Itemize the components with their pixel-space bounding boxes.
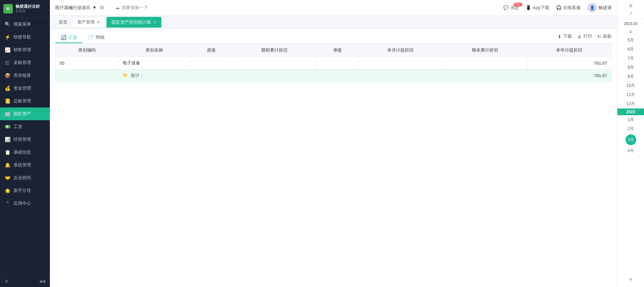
tabs-bar: 首页 资产管理 ✕ 固定资产折旧统计表 ✕ — [50, 15, 617, 29]
row-opening-accumulated — [232, 57, 316, 69]
row-annual-dep: 791.67 — [527, 57, 611, 69]
sidebar-item-basic-info[interactable]: 📋 基础信息 — [0, 146, 50, 159]
panel-month-8[interactable]: 8月 — [617, 63, 644, 72]
settings-button[interactable]: ⚙ — [99, 4, 104, 11]
system-icon: 🔔 — [4, 162, 11, 168]
col-name: 类别名称 — [119, 44, 190, 57]
col-annual-dep: 本年计提折旧 — [527, 44, 611, 57]
company-selector[interactable]: 医疗器械行业演示 ▼ — [55, 5, 97, 11]
sidebar-item-label: 销售管理 — [13, 47, 31, 53]
avatar-icon: 👤 — [590, 5, 595, 10]
refresh-label: 刷新 — [603, 33, 612, 39]
sidebar-item-ledger[interactable]: 📒 总账管理 — [0, 95, 50, 107]
panel-month-7[interactable]: 7月 — [617, 54, 644, 63]
sidebar-item-fixed-assets[interactable]: 🏢 固定资产 — [0, 107, 50, 120]
fixed-assets-icon: 🏢 — [4, 111, 11, 117]
panel-month-6[interactable]: 6月 — [617, 45, 644, 54]
sidebar-item-label: 固定资产 — [13, 111, 31, 117]
tab-home[interactable]: 首页 — [55, 19, 71, 25]
download-label: 下载 — [563, 33, 572, 39]
tab-depreciation-label: 固定资产折旧统计表 — [112, 19, 151, 25]
experience-button[interactable]: ☁ 我要体验一下 — [110, 5, 148, 11]
download-icon: 📱 — [526, 5, 531, 10]
panel-close-button[interactable]: ✕ — [628, 3, 633, 9]
right-panel: ✕ ⤢ 2023.03 ▲ 5月 6月 7月 8月 9月 10月 11月 12月… — [617, 0, 644, 287]
panel-expand-button[interactable]: ⤢ — [629, 10, 633, 16]
row-closing-accumulated — [443, 57, 527, 69]
collapse-icon[interactable]: ◀◀ — [39, 279, 45, 284]
app-download-button[interactable]: 📱 App下载 — [526, 5, 549, 11]
tab-asset-mgmt[interactable]: 资产管理 ✕ — [72, 17, 105, 28]
panel-down-button[interactable]: ▼ — [617, 276, 644, 284]
sidebar-item-guide[interactable]: 🌟 新手引导 — [0, 184, 50, 197]
panel-month-3[interactable]: 3月 — [625, 134, 636, 145]
data-table: 类别编码 类别名称 原值 期初累计折旧 净值 本月计提折旧 期末累计折旧 本年计… — [50, 43, 617, 287]
app-version: 普及版 — [16, 9, 40, 13]
online-service-button[interactable]: 🎧 在线客服 — [556, 5, 581, 11]
panel-month-1[interactable]: 1月 — [617, 115, 644, 124]
summary-row: 📁 合计： 791.67 — [56, 69, 612, 82]
download-button[interactable]: ⬇ 下载 — [558, 33, 572, 39]
panel-month-4[interactable]: 4月 — [617, 146, 644, 155]
detail-label: 明细 — [96, 34, 104, 40]
sidebar-item-search[interactable]: 🔍 搜索菜单 — [0, 18, 50, 31]
inventory-icon: 📦 — [4, 73, 11, 78]
settings-icon[interactable]: ⚙ — [5, 279, 8, 284]
panel-year-marker: 2023 — [617, 108, 644, 115]
sidebar-item-enterprise[interactable]: 🤝 企业协同 — [0, 171, 50, 184]
service-icon: 🎧 — [556, 5, 561, 10]
sidebar-item-label: 新手引导 — [13, 188, 31, 194]
company-name: 医疗器械行业演示 — [55, 5, 90, 11]
close-icon[interactable]: ✕ — [153, 20, 156, 25]
sidebar-item-operations[interactable]: 📊 经营管理 — [0, 133, 50, 146]
col-closing-accumulated: 期末累计折旧 — [443, 44, 527, 57]
summary-icon: 🔄 — [61, 35, 66, 40]
sidebar-item-system[interactable]: 🔔 系统管理 — [0, 159, 50, 171]
purchase-icon: 🛒 — [4, 60, 11, 65]
col-opening-accumulated: 期初累计折旧 — [232, 44, 316, 57]
sidebar-item-quick-nav[interactable]: ⚡ 快捷导航 — [0, 31, 50, 43]
panel-month-3-container: 3月 — [617, 133, 644, 146]
message-icon: 💬 — [503, 5, 509, 10]
dropdown-icon: ▼ — [92, 5, 97, 10]
panel-month-2[interactable]: 2月 — [617, 124, 644, 133]
logo-icon: 好 — [3, 4, 13, 13]
app-name: 畅捷通好业财 — [16, 4, 40, 9]
panel-month-12[interactable]: 12月 — [617, 99, 644, 108]
sidebar-item-capital[interactable]: 💰 资金管理 — [0, 82, 50, 95]
ledger-icon: 📒 — [4, 98, 11, 104]
print-button[interactable]: 🖨 打印 — [577, 33, 592, 39]
sidebar-item-app-center[interactable]: 📱 应用中心 — [0, 197, 50, 210]
topbar-left: 医疗器械行业演示 ▼ ⚙ ☁ 我要体验一下 — [55, 4, 148, 11]
sidebar-item-label: 经营管理 — [13, 136, 31, 142]
refresh-icon: ↻ — [597, 34, 601, 39]
sidebar-header: 好 畅捷通好业财 普及版 — [0, 0, 50, 18]
sub-tab-summary[interactable]: 🔄 汇总 — [55, 32, 83, 43]
close-icon[interactable]: ✕ — [97, 20, 100, 25]
panel-up-button[interactable]: ▲ — [617, 27, 644, 36]
sub-tab-detail[interactable]: 📄 明细 — [83, 32, 110, 43]
print-icon: 🖨 — [577, 34, 582, 39]
user-label: 畅捷通 — [599, 5, 612, 11]
refresh-button[interactable]: ↻ 刷新 — [597, 33, 612, 39]
tab-depreciation-report[interactable]: 固定资产折旧统计表 ✕ — [106, 17, 161, 28]
home-label: 首页 — [59, 20, 67, 25]
panel-month-9[interactable]: 9月 — [617, 72, 644, 81]
sidebar-item-payroll[interactable]: 💵 工资 — [0, 120, 50, 133]
sidebar-item-sales[interactable]: 📈 销售管理 — [0, 43, 50, 56]
panel-month-10[interactable]: 10月 — [617, 81, 644, 90]
search-icon: 🔍 — [4, 22, 11, 27]
sidebar-item-purchase[interactable]: 🛒 采购管理 — [0, 56, 50, 69]
print-label: 打印 — [583, 33, 592, 39]
depreciation-table: 类别编码 类别名称 原值 期初累计折旧 净值 本月计提折旧 期末累计折旧 本年计… — [55, 43, 612, 82]
panel-header: ✕ ⤢ — [617, 3, 644, 19]
sidebar-item-inventory[interactable]: 📦 库存核算 — [0, 69, 50, 82]
row-name: 电子设备 — [119, 57, 190, 69]
user-button[interactable]: 👤 畅捷通 — [587, 3, 612, 12]
messages-button[interactable]: 💬 消息 99+ — [503, 5, 519, 11]
sidebar-bottom: ⚙ ◀◀ — [0, 275, 50, 287]
panel-month-5[interactable]: 5月 — [617, 36, 644, 45]
panel-month-11[interactable]: 11月 — [617, 90, 644, 99]
table-row: 05 电子设备 791.67 — [56, 57, 612, 69]
topbar: 医疗器械行业演示 ▼ ⚙ ☁ 我要体验一下 💬 消息 99+ 📱 App下载 🎧… — [50, 0, 617, 15]
